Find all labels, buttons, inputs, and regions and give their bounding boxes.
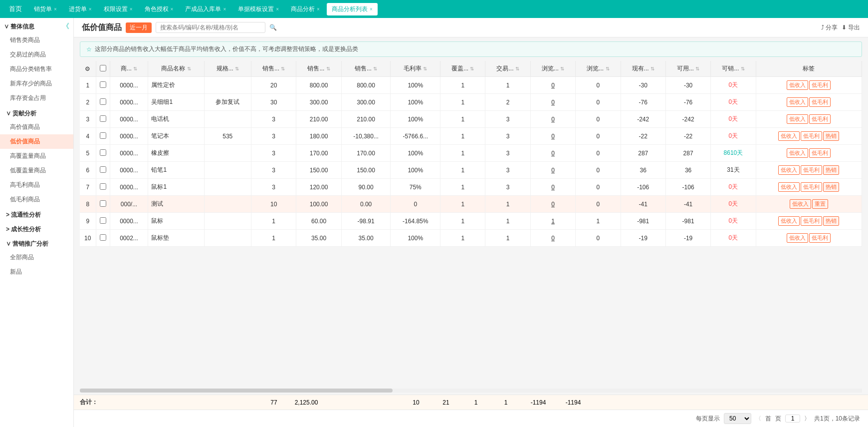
col-checkbox[interactable] (96, 61, 110, 77)
sidebar-item-traded-products[interactable]: 交易过的商品 (0, 47, 73, 62)
row-view1[interactable]: 0 (530, 230, 575, 247)
nav-product-analysis[interactable]: 商品分析 × (286, 3, 325, 15)
row-stock1: -41 (621, 196, 665, 213)
row-checkbox[interactable] (96, 179, 110, 196)
sidebar-item-all-products[interactable]: 全部商品 (0, 250, 73, 265)
row-select-checkbox[interactable] (100, 132, 106, 139)
row-checkbox[interactable] (96, 196, 110, 213)
row-code: 0000... (110, 111, 148, 128)
sidebar-item-low-coverage[interactable]: 低覆盖量商品 (0, 163, 73, 178)
sidebar-item-low-value[interactable]: 低价值商品 (0, 134, 73, 149)
row-s3: 300.00 (341, 94, 391, 111)
row-checkbox[interactable] (96, 94, 110, 111)
nav-role-auth[interactable]: 角色授权 × (140, 3, 179, 15)
row-checkbox[interactable] (96, 128, 110, 145)
nav-home[interactable]: 首页 (4, 2, 27, 15)
row-view1[interactable]: 0 (530, 196, 575, 213)
nav-product-analysis-list[interactable]: 商品分析列表 × (327, 3, 378, 15)
select-all-checkbox[interactable] (100, 65, 106, 71)
row-view1[interactable]: 1 (530, 213, 575, 230)
sidebar-item-low-stock[interactable]: 新库存少的商品 (0, 76, 73, 91)
sidebar-item-new-products[interactable]: 新品 (0, 265, 73, 279)
scrollbar-thumb[interactable] (80, 389, 393, 393)
product-tag: 低收入 (778, 131, 800, 141)
sidebar-item-high-value[interactable]: 高价值商品 (0, 120, 73, 134)
close-icon[interactable]: × (276, 6, 279, 12)
sidebar-item-sales-products[interactable]: 销售类商品 (0, 33, 73, 47)
page-size-label: 每页显示 (696, 415, 720, 423)
row-checkbox[interactable] (96, 162, 110, 179)
row-view1[interactable]: 0 (530, 94, 575, 111)
row-checkbox[interactable] (96, 77, 110, 94)
close-icon[interactable]: × (370, 6, 373, 12)
row-checkbox[interactable] (96, 111, 110, 128)
nav-template[interactable]: 单据模板设置 × (233, 3, 284, 15)
nav-purchase[interactable]: 进货单 × (64, 3, 97, 15)
row-view1[interactable]: 0 (530, 111, 575, 128)
row-select-checkbox[interactable] (100, 166, 106, 173)
row-view1[interactable]: 0 (530, 179, 575, 196)
export-button[interactable]: ⬇ 导出 (842, 23, 860, 32)
row-select-checkbox[interactable] (100, 115, 106, 122)
close-icon[interactable]: × (223, 6, 226, 12)
row-view1[interactable]: 0 (530, 162, 575, 179)
sidebar-group-circulation[interactable]: > 流通性分析 (0, 207, 73, 221)
share-button[interactable]: ⤴ 分享 (821, 23, 838, 32)
product-tag: 低收入 (778, 182, 800, 192)
page-size-select[interactable]: 50 100 (724, 413, 751, 424)
collapse-sidebar-button[interactable]: 《 (62, 22, 69, 31)
period-button[interactable]: 近一月 (126, 22, 152, 33)
search-input[interactable] (156, 22, 265, 33)
search-icon[interactable]: 🔍 (269, 24, 277, 31)
row-checkbox[interactable] (96, 230, 110, 247)
row-checkbox[interactable] (96, 145, 110, 162)
product-tag: 低收入 (787, 114, 808, 124)
sidebar-group-growth[interactable]: > 成长性分析 (0, 221, 73, 236)
col-settings[interactable]: ⚙ (80, 61, 96, 77)
sidebar-item-high-coverage[interactable]: 高覆盖量商品 (0, 149, 73, 163)
row-num: 9 (80, 213, 96, 230)
nav-sales[interactable]: 销货单 × (29, 3, 62, 15)
product-tag: 低毛利 (809, 97, 831, 107)
row-stock1: -76 (621, 94, 665, 111)
row-margin: 100% (391, 145, 440, 162)
sidebar-item-low-margin[interactable]: 低毛利商品 (0, 192, 73, 207)
row-checkbox[interactable] (96, 213, 110, 230)
product-tag: 低毛利 (801, 182, 822, 192)
close-icon[interactable]: × (54, 6, 57, 12)
row-trade: 2 (485, 94, 530, 111)
row-select-checkbox[interactable] (100, 81, 106, 88)
row-select-checkbox[interactable] (100, 183, 106, 190)
row-spec (204, 196, 251, 213)
page-nav-next[interactable]: 〉 (804, 415, 810, 423)
close-icon[interactable]: × (130, 6, 133, 12)
row-view1[interactable]: 0 (530, 77, 575, 94)
sidebar-item-high-margin[interactable]: 高毛利商品 (0, 178, 73, 192)
product-tag: 热销 (823, 131, 839, 141)
close-icon[interactable]: × (317, 6, 320, 12)
nav-product-inbound[interactable]: 产成品入库单 × (180, 3, 231, 15)
close-icon[interactable]: × (171, 6, 174, 12)
sidebar-item-inventory-capital[interactable]: 库存资金占用 (0, 91, 73, 105)
row-code: 0000... (110, 128, 148, 145)
row-select-checkbox[interactable] (100, 98, 106, 105)
row-select-checkbox[interactable] (100, 200, 106, 207)
close-icon[interactable]: × (89, 6, 92, 12)
row-select-checkbox[interactable] (100, 217, 106, 224)
page-number-input[interactable] (785, 415, 800, 423)
table-row: 5 0000... 橡皮擦 3 170.00 170.00 100% 1 3 0… (80, 145, 862, 162)
row-name: 橡皮擦 (148, 145, 204, 162)
page-label: 首 (765, 415, 771, 423)
row-name: 笔记本 (148, 128, 204, 145)
row-view1[interactable]: 0 (530, 145, 575, 162)
horizontal-scrollbar[interactable] (80, 389, 862, 393)
row-select-checkbox[interactable] (100, 234, 106, 241)
sidebar-item-category-sales-rate[interactable]: 商品分类销售率 (0, 62, 73, 76)
row-tags: 低收入低毛利 (756, 111, 862, 128)
row-select-checkbox[interactable] (100, 149, 106, 156)
nav-permissions[interactable]: 权限设置 × (99, 3, 138, 15)
row-view1[interactable]: 0 (530, 128, 575, 145)
product-tag: 低收入 (778, 165, 800, 175)
table-row: 2 0000... 吴细细1 参加复试 30 300.00 300.00 100… (80, 94, 862, 111)
col-view1-header: 浏览... ⇅ (530, 61, 575, 77)
